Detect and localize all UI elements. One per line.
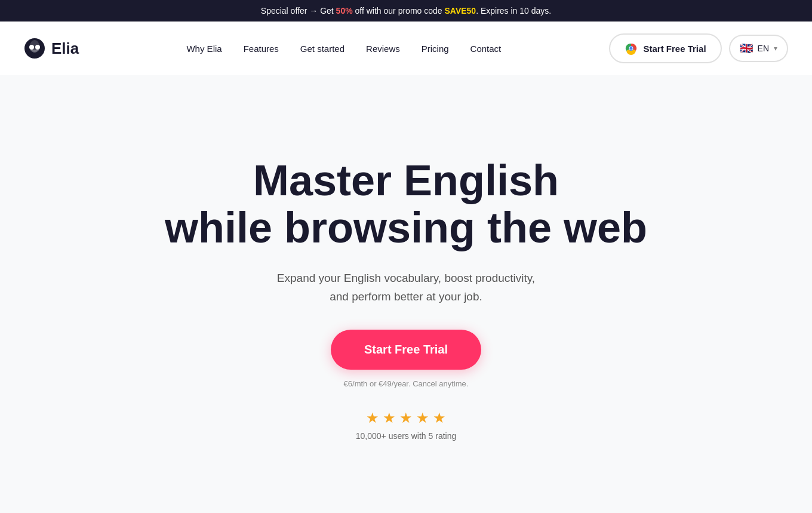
banner-text-after: . Expires in 10 days. bbox=[476, 6, 551, 16]
logo-text: Elia bbox=[51, 39, 79, 58]
lang-label: EN bbox=[758, 44, 769, 53]
banner-percent: 50% bbox=[336, 6, 353, 16]
banner-text-before: Special offer → Get bbox=[261, 6, 336, 16]
star-4: ★ bbox=[416, 410, 429, 426]
main-nav: Why Elia Features Get started Reviews Pr… bbox=[186, 44, 501, 54]
header-cta-label: Start Free Trial bbox=[644, 44, 706, 54]
language-selector[interactable]: 🇬🇧 EN ▾ bbox=[729, 35, 788, 62]
svg-point-2 bbox=[29, 45, 34, 50]
svg-point-7 bbox=[629, 47, 632, 50]
header: Elia Why Elia Features Get started Revie… bbox=[0, 21, 812, 75]
hero-cta-label: Start Free Trial bbox=[364, 343, 448, 356]
chrome-icon bbox=[625, 42, 638, 55]
banner-text-mid: off with our promo code bbox=[353, 6, 445, 16]
nav-pricing[interactable]: Pricing bbox=[422, 44, 449, 54]
star-1: ★ bbox=[366, 410, 379, 426]
logo-icon bbox=[24, 38, 45, 59]
nav-contact[interactable]: Contact bbox=[470, 44, 502, 54]
hero-subtitle-line1: Expand your English vocabulary, boost pr… bbox=[277, 272, 535, 284]
hero-start-trial-button[interactable]: Start Free Trial bbox=[331, 330, 481, 370]
header-start-trial-button[interactable]: Start Free Trial bbox=[609, 33, 722, 63]
pricing-note: €6/mth or €49/year. Cancel anytime. bbox=[344, 379, 469, 388]
star-5: ★ bbox=[433, 410, 446, 426]
logo[interactable]: Elia bbox=[24, 38, 79, 59]
stars-row: ★ ★ ★ ★ ★ bbox=[366, 410, 446, 426]
banner-code: SAVE50 bbox=[444, 6, 476, 16]
rating-text: 10,000+ users with 5 rating bbox=[356, 431, 457, 441]
flag-icon: 🇬🇧 bbox=[740, 42, 753, 55]
nav-reviews[interactable]: Reviews bbox=[366, 44, 400, 54]
nav-get-started[interactable]: Get started bbox=[300, 44, 345, 54]
chevron-down-icon: ▾ bbox=[774, 44, 777, 53]
hero-headline: Master English while browsing the web bbox=[165, 157, 647, 251]
nav-features[interactable]: Features bbox=[244, 44, 279, 54]
svg-point-3 bbox=[35, 45, 40, 50]
star-2: ★ bbox=[383, 410, 396, 426]
hero-subtitle-line2: and perform better at your job. bbox=[330, 290, 482, 303]
hero-headline-line1: Master English bbox=[253, 156, 559, 204]
hero-headline-line2: while browsing the web bbox=[165, 204, 647, 251]
hero-section: Master English while browsing the web Ex… bbox=[0, 75, 812, 511]
star-3: ★ bbox=[399, 410, 413, 426]
header-right: Start Free Trial 🇬🇧 EN ▾ bbox=[609, 33, 789, 63]
top-banner: Special offer → Get 50% off with our pro… bbox=[0, 0, 812, 21]
hero-subtitle: Expand your English vocabulary, boost pr… bbox=[277, 269, 535, 306]
nav-why-elia[interactable]: Why Elia bbox=[186, 44, 222, 54]
